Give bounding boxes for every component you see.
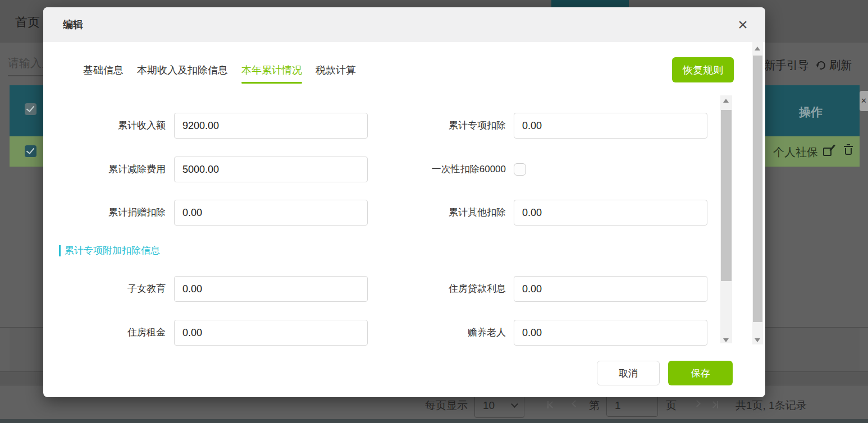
page-prefix-label: 第 bbox=[589, 398, 600, 413]
save-button[interactable]: 保存 bbox=[668, 361, 733, 385]
label-housing-loan-interest: 住房贷款利息 bbox=[346, 276, 506, 302]
input-housing-loan-interest[interactable] bbox=[514, 276, 707, 302]
first-page-button[interactable] bbox=[547, 401, 555, 408]
section-header-special-additional-deduction: 累计专项附加扣除信息 bbox=[59, 245, 160, 256]
prev-page-button[interactable] bbox=[573, 401, 578, 406]
trash-bin bbox=[845, 148, 852, 155]
label-cum-income: 累计收入额 bbox=[43, 113, 166, 139]
refresh-button[interactable]: 刷新 bbox=[817, 58, 852, 73]
pagination-summary: 共1页, 1条记录 bbox=[735, 398, 807, 413]
per-page-label: 每页显示 bbox=[425, 398, 468, 413]
chevron-left-icon bbox=[549, 401, 556, 408]
dialog-tabs: 基础信息 本期收入及扣除信息 本年累计情况 税款计算 bbox=[83, 63, 356, 84]
tab-basic-info[interactable]: 基础信息 bbox=[83, 63, 124, 84]
last-page-button[interactable] bbox=[711, 401, 718, 408]
refresh-label: 刷新 bbox=[829, 58, 852, 73]
dialog-title: 编辑 bbox=[63, 7, 83, 42]
dialog-scrollbar[interactable] bbox=[752, 42, 763, 344]
trash-handle bbox=[847, 144, 850, 145]
label-one-time-deduction: 一次性扣除60000 bbox=[346, 157, 506, 182]
tab-period-income-deduction[interactable]: 本期收入及扣除信息 bbox=[137, 63, 228, 84]
dialog-scrollbar-thumb[interactable] bbox=[753, 56, 762, 322]
cancel-button[interactable]: 取消 bbox=[597, 361, 660, 385]
page-number-input[interactable] bbox=[606, 394, 658, 417]
input-cum-special[interactable] bbox=[514, 113, 707, 139]
edit-dialog: 编辑 × 基础信息 本期收入及扣除信息 本年累计情况 税款计算 恢复规则 累计收… bbox=[43, 7, 765, 397]
label-housing-rent: 住房租金 bbox=[43, 320, 166, 346]
one-time-deduction-checkbox[interactable] bbox=[514, 163, 526, 176]
chevron-right-icon bbox=[710, 401, 717, 408]
scroll-up-icon[interactable] bbox=[723, 99, 729, 103]
top-action-button-partial[interactable] bbox=[551, 0, 629, 8]
content-scrollbar[interactable] bbox=[720, 95, 732, 343]
label-cum-basic-deduction: 累计减除费用 bbox=[43, 157, 166, 182]
column-settings-button[interactable]: ✕ bbox=[860, 91, 868, 111]
input-cum-other[interactable] bbox=[514, 200, 707, 226]
input-cum-income[interactable] bbox=[174, 113, 368, 139]
newbie-guide-link[interactable]: 新手引导 bbox=[764, 58, 809, 73]
input-child-education[interactable] bbox=[174, 276, 368, 302]
close-icon[interactable]: × bbox=[732, 14, 754, 36]
chevron-down-icon bbox=[511, 401, 518, 408]
delete-icon[interactable] bbox=[844, 144, 853, 156]
per-page-value: 10 bbox=[483, 399, 495, 412]
edit-icon[interactable] bbox=[823, 145, 834, 156]
dialog-header: 编辑 bbox=[43, 7, 765, 42]
label-cum-special: 累计专项扣除 bbox=[346, 113, 506, 139]
trash-lid bbox=[844, 146, 853, 147]
input-supporting-elderly[interactable] bbox=[514, 320, 707, 346]
operation-column-header: 操作 bbox=[788, 104, 833, 120]
nav-tab-home[interactable]: 首页 bbox=[15, 14, 40, 31]
next-page-button[interactable] bbox=[695, 401, 700, 406]
scroll-down-icon[interactable] bbox=[755, 338, 760, 342]
row-cell-title: 个人社保 bbox=[773, 145, 818, 160]
select-all-checkbox[interactable] bbox=[25, 103, 36, 115]
scroll-up-icon[interactable] bbox=[755, 47, 760, 50]
label-supporting-elderly: 赡养老人 bbox=[346, 320, 506, 346]
tab-tax-calculation[interactable]: 税款计算 bbox=[316, 63, 356, 84]
input-cum-donation[interactable] bbox=[174, 200, 368, 226]
per-page-select[interactable]: 10 bbox=[474, 394, 524, 418]
chevron-right-icon bbox=[693, 400, 701, 407]
bottom-strip bbox=[0, 419, 868, 423]
refresh-icon bbox=[816, 60, 827, 71]
restore-rules-button[interactable]: 恢复规则 bbox=[672, 57, 734, 82]
last-page-bar bbox=[717, 401, 718, 408]
tab-year-cumulative[interactable]: 本年累计情况 bbox=[241, 63, 302, 84]
input-housing-rent[interactable] bbox=[174, 320, 368, 346]
label-cum-other: 累计其他扣除 bbox=[346, 200, 506, 226]
row-checkbox[interactable] bbox=[25, 145, 36, 157]
chevron-left-icon bbox=[572, 400, 579, 407]
label-cum-donation: 累计捐赠扣除 bbox=[43, 200, 166, 226]
input-cum-basic-deduction[interactable] bbox=[174, 157, 368, 182]
page-suffix-label: 页 bbox=[666, 398, 677, 413]
label-child-education: 子女教育 bbox=[43, 276, 166, 302]
scroll-down-icon[interactable] bbox=[723, 338, 729, 342]
content-scrollbar-thumb[interactable] bbox=[721, 110, 732, 281]
